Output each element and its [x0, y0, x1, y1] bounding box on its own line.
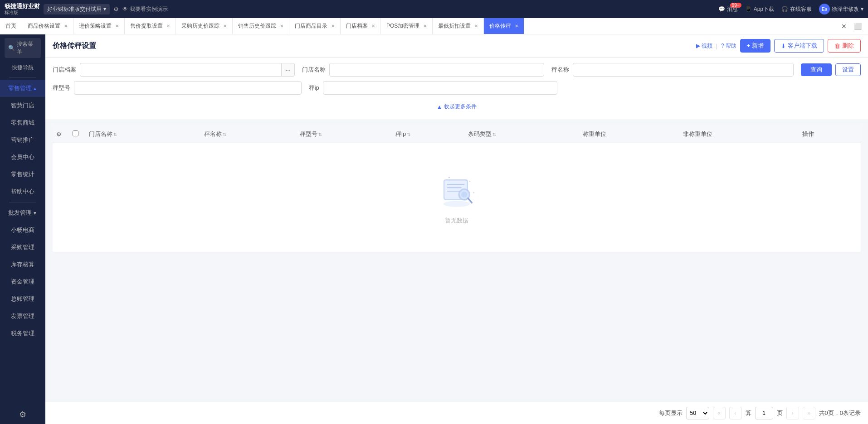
sidebar-item-invoice[interactable]: 发票管理 [0, 308, 45, 325]
sidebar-item-member-label: 会员中心 [11, 153, 34, 161]
app-download-button[interactable]: 📱 App下载 [745, 5, 774, 13]
select-all-checkbox[interactable] [73, 130, 78, 136]
close-icon[interactable]: ✕ [331, 24, 335, 29]
prev-page-button[interactable]: ‹ [729, 407, 742, 419]
tab-store-file[interactable]: 门店档案 ✕ [341, 18, 381, 34]
scale-name-input[interactable] [573, 63, 794, 77]
tab-price-settings[interactable]: 商品价格设置 ✕ [22, 18, 73, 34]
close-tab-button[interactable]: ✕ [839, 22, 849, 31]
message-button[interactable]: 💬 消息 99+ [718, 5, 738, 13]
next-page-button[interactable]: › [786, 407, 799, 419]
tab-price-settings-label: 商品价格设置 [28, 22, 60, 30]
tab-price-scale[interactable]: 价格传秤 ✕ [484, 18, 524, 34]
quicknav-button[interactable]: 快捷导航 [5, 62, 41, 74]
sidebar-divider-2 [9, 202, 36, 202]
video-link[interactable]: ▶ 视频 [696, 42, 712, 50]
close-icon[interactable]: ✕ [64, 24, 68, 29]
store-name-input[interactable] [329, 63, 544, 77]
sidebar-item-ecommerce[interactable]: 小畅电商 [0, 222, 45, 239]
sidebar-item-online-store[interactable]: 零售商城 [0, 114, 45, 131]
th-barcode-type: 条码类型⇅ [464, 125, 580, 143]
settings-filter-button[interactable]: 设置 [835, 63, 861, 76]
user-info[interactable]: Ea 徐泽华修改 ▾ [819, 4, 863, 14]
sidebar-item-purchase-label: 采购管理 [11, 243, 34, 251]
maximize-tab-button[interactable]: ⬜ [851, 22, 864, 31]
th-non-weight-unit: 非称重单位 [679, 125, 799, 143]
tab-store-catalog-label: 门店商品目录 [295, 22, 327, 30]
tab-home[interactable]: 首页 [0, 18, 22, 34]
close-icon[interactable]: ✕ [280, 24, 283, 29]
sort-icon[interactable]: ⇅ [493, 132, 496, 137]
chevron-down-icon: ▾ [861, 6, 863, 12]
sidebar-item-marketing[interactable]: 营销推广 [0, 131, 45, 149]
tab-pos-manage[interactable]: POS加密管理 ✕ [381, 18, 433, 34]
sidebar-item-purchase[interactable]: 采购管理 [0, 239, 45, 256]
search-menu-button[interactable]: 🔍 搜索菜单 [5, 38, 41, 58]
demo-link[interactable]: 👁 我要看实例演示 [122, 5, 168, 13]
sidebar-item-smart-store[interactable]: 智慧门店 [0, 97, 45, 114]
scale-ip-input[interactable] [323, 81, 558, 95]
sidebar-item-wholesale[interactable]: 批发管理 ▼ [0, 204, 45, 222]
th-ops: 操作 [799, 125, 861, 143]
th-settings[interactable]: ⚙ [53, 125, 69, 143]
close-icon[interactable]: ✕ [223, 24, 227, 29]
version-selector[interactable]: 好业财标准版交付试用 ▾ [44, 4, 110, 14]
tab-sell-price[interactable]: 售价提取设置 ✕ [125, 18, 176, 34]
store-file-input-group: ··· [80, 63, 295, 77]
tab-purchase-strategy-label: 进价策略设置 [79, 22, 112, 30]
tab-store-catalog[interactable]: 门店商品目录 ✕ [289, 18, 341, 34]
help-link[interactable]: ? 帮助 [721, 42, 736, 50]
tab-min-discount[interactable]: 最低折扣设置 ✕ [433, 18, 484, 34]
sort-icon[interactable]: ⇅ [113, 132, 117, 137]
store-file-dots-button[interactable]: ··· [281, 63, 295, 77]
close-icon[interactable]: ✕ [515, 24, 518, 29]
sidebar-settings-icon[interactable]: ⚙ [19, 410, 26, 419]
sort-icon[interactable]: ⇅ [318, 132, 322, 137]
sidebar-item-help[interactable]: 帮助中心 [0, 183, 45, 200]
empty-text: 暂无数据 [445, 217, 468, 225]
sort-icon[interactable]: ⇅ [223, 132, 226, 137]
last-page-button[interactable]: » [803, 407, 815, 419]
store-name-label: 门店名称 [302, 66, 326, 74]
delete-icon: 🗑 [834, 43, 840, 49]
sidebar-item-inventory[interactable]: 库存核算 [0, 256, 45, 273]
sidebar-item-tax[interactable]: 税务管理 [0, 325, 45, 342]
tab-purchase-strategy[interactable]: 进价策略设置 ✕ [73, 18, 125, 34]
delete-button[interactable]: 🗑 删除 [828, 39, 861, 53]
close-icon[interactable]: ✕ [371, 24, 375, 29]
tab-store-file-label: 门店档案 [346, 22, 368, 30]
table-body: 暂无数据 [53, 143, 861, 252]
tab-purchase-history[interactable]: 采购历史价跟踪 ✕ [176, 18, 233, 34]
close-icon[interactable]: ✕ [115, 24, 119, 29]
sidebar-item-ledger[interactable]: 总账管理 [0, 290, 45, 308]
sidebar-item-wholesale-label: 批发管理 [8, 209, 32, 217]
scale-model-input[interactable] [74, 81, 302, 95]
sidebar-item-finance[interactable]: 资金管理 [0, 273, 45, 290]
first-page-button[interactable]: « [713, 407, 726, 419]
th-scale-name: 秤名称⇅ [200, 125, 296, 143]
online-service-button[interactable]: 🎧 在线客服 [781, 5, 812, 13]
tab-sales-history[interactable]: 销售历史价跟踪 ✕ [233, 18, 289, 34]
close-icon[interactable]: ✕ [474, 24, 478, 29]
sidebar-item-retail[interactable]: 零售管理 ▲ [0, 80, 45, 97]
close-icon[interactable]: ✕ [166, 24, 170, 29]
collapse-button[interactable]: ▲ 收起更多条件 [437, 101, 477, 112]
add-button[interactable]: + 新增 [740, 39, 770, 53]
close-icon[interactable]: ✕ [423, 24, 427, 29]
per-page-label: 每页显示 [659, 409, 683, 417]
version-label: 好业财标准版交付试用 [47, 5, 102, 13]
per-page-select[interactable]: 50 10 20 100 [686, 407, 709, 419]
empty-illustration [434, 170, 479, 211]
settings-icon[interactable]: ⚙ [113, 6, 119, 13]
page-number-input[interactable] [755, 407, 773, 419]
tab-pos-manage-label: POS加密管理 [386, 22, 419, 30]
sidebar-item-invoice-label: 发票管理 [11, 312, 34, 320]
store-file-input[interactable] [80, 63, 281, 77]
query-button[interactable]: 查询 [801, 63, 832, 76]
sidebar-item-member[interactable]: 会员中心 [0, 149, 45, 166]
download-button[interactable]: ⬇ 客户端下载 [774, 39, 824, 53]
sidebar-item-retail-stats[interactable]: 零售统计 [0, 166, 45, 183]
sort-icon[interactable]: ⇅ [407, 132, 410, 137]
download-icon: ⬇ [781, 43, 786, 49]
page-header: 价格传秤设置 ▶ 视频 | ? 帮助 + 新增 ⬇ 客户端下载 [45, 34, 868, 58]
